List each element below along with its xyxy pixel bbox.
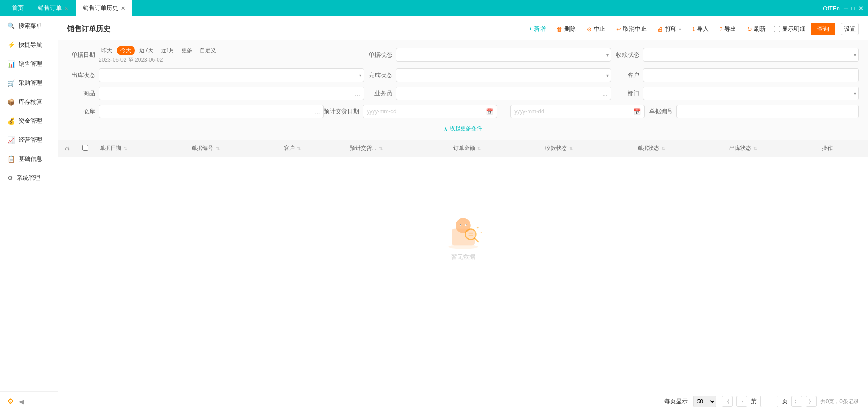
filter-warehouse: 仓库 ...	[67, 105, 324, 118]
export-button[interactable]: ⤴ 导出	[717, 23, 739, 35]
page-label: 第	[751, 397, 757, 406]
sidebar-item-purchase[interactable]: 🛒 采购管理	[0, 73, 58, 92]
maximize-icon[interactable]: □	[851, 5, 855, 12]
sidebar-settings-icon[interactable]: ⚙	[7, 397, 14, 406]
page-size-select[interactable]: 10 20 50 100	[693, 396, 716, 407]
department-select[interactable]	[643, 87, 859, 100]
date-more[interactable]: 更多	[179, 46, 195, 55]
customer-ellipsis: ...	[850, 72, 855, 79]
system-icon: ⚙	[7, 174, 13, 182]
tab-sales-order-history[interactable]: 销售订单历史 ✕	[76, 0, 132, 16]
th-customer-sort-icon[interactable]: ⇅	[297, 146, 301, 151]
tab-sales-order-history-close[interactable]: ✕	[121, 5, 125, 11]
date-control: 昨天 今天 近7天 近1月 更多 自定义 2023-06-02 至 2023-0…	[99, 46, 364, 64]
delete-button[interactable]: 🗑 删除	[554, 23, 579, 35]
query-button[interactable]: 查询	[811, 23, 835, 35]
minimize-icon[interactable]: ─	[844, 5, 848, 12]
filter-row-2: 出库状态 ▾ 完成状态 ▾	[67, 68, 859, 82]
base-icon: 📋	[7, 155, 15, 163]
last-page-button[interactable]: 》	[806, 396, 817, 407]
stop-button[interactable]: ⊘ 中止	[584, 23, 608, 35]
page-input[interactable]: 1	[760, 396, 778, 407]
new-button[interactable]: + 新增	[526, 23, 548, 35]
show-detail-wrap: 显示明细	[774, 25, 806, 33]
stock-out-select[interactable]	[99, 68, 364, 82]
expected-date-control: yyyy-mm-dd 📅 — yyyy-mm-dd 📅	[363, 105, 645, 118]
stock-out-control: ▾	[99, 68, 364, 82]
goods-input[interactable]: ...	[99, 87, 364, 100]
sidebar-item-sales[interactable]: 📊 销售管理	[0, 54, 58, 73]
th-amount-sort-icon[interactable]: ⇅	[477, 146, 481, 151]
table-settings-icon[interactable]: ⚙	[64, 145, 70, 152]
payment-status-select[interactable]	[643, 48, 859, 62]
bill-status-select[interactable]	[396, 48, 612, 62]
complete-status-select[interactable]	[396, 68, 612, 82]
th-bill-sort-icon[interactable]: ⇅	[662, 146, 665, 151]
sidebar-collapse-icon[interactable]: ◀	[19, 398, 24, 405]
sales-icon: 📊	[7, 60, 15, 68]
sidebar-item-system[interactable]: ⚙ 系统管理	[0, 169, 58, 188]
cancel-stop-button[interactable]: ↩ 取消中止	[614, 23, 649, 35]
th-stock-sort-icon[interactable]: ⇅	[753, 146, 757, 151]
show-detail-checkbox[interactable]	[774, 26, 780, 32]
th-expected-date-label: 预计交货...	[350, 145, 376, 151]
tab-home[interactable]: 首页	[5, 0, 31, 16]
th-expected-sort-icon[interactable]: ⇅	[379, 146, 383, 151]
sidebar-item-finance[interactable]: 💰 资金管理	[0, 111, 58, 131]
bill-status-control: ▾	[396, 48, 612, 62]
sidebar-item-quick-nav[interactable]: ⚡ 快捷导航	[0, 35, 58, 54]
warehouse-input[interactable]: ...	[99, 105, 324, 118]
warehouse-ellipsis: ...	[315, 108, 320, 115]
date-today[interactable]: 今天	[117, 46, 135, 55]
tab-sales-order-close[interactable]: ✕	[64, 5, 68, 11]
sidebar-item-base[interactable]: 📋 基础信息	[0, 150, 58, 169]
empty-illustration: ✦ ✦	[441, 212, 486, 253]
collapse-bar[interactable]: ∧ 收起更多条件	[67, 123, 859, 134]
date-last-month[interactable]: 近1月	[158, 46, 177, 55]
th-checkbox	[76, 140, 94, 157]
close-window-icon[interactable]: ✕	[858, 5, 863, 12]
chevron-up-icon: ∧	[444, 126, 448, 132]
th-number-sort-icon[interactable]: ⇅	[216, 146, 220, 151]
stop-icon: ⊘	[587, 26, 592, 33]
date-last7[interactable]: 近7天	[137, 46, 156, 55]
filter-expected-date: 预计交货日期 yyyy-mm-dd 📅 — yyyy-mm-dd 📅	[324, 105, 645, 118]
salesman-input[interactable]: ...	[396, 87, 612, 100]
print-button[interactable]: 🖨 打印 ▾	[655, 23, 684, 35]
date-yesterday[interactable]: 昨天	[99, 46, 115, 55]
customer-input[interactable]: ...	[643, 68, 859, 82]
th-bill-status: 单据状态 ⇅	[632, 140, 724, 157]
page-header: 销售订单历史 + 新增 🗑 删除 ⊘ 中止 ↩ 取消中止 🖨 打印	[58, 16, 868, 40]
cancel-stop-icon: ↩	[616, 26, 621, 33]
select-all-checkbox[interactable]	[82, 145, 88, 151]
prev-page-button[interactable]: 〈	[736, 396, 747, 407]
expected-date-start[interactable]: yyyy-mm-dd 📅	[363, 105, 497, 118]
import-button[interactable]: ⤵ 导入	[689, 23, 711, 35]
filter-date: 单据日期 昨天 今天 近7天 近1月 更多 自定义 2023-06-02 至 2…	[67, 46, 364, 64]
filter-area: 单据日期 昨天 今天 近7天 近1月 更多 自定义 2023-06-02 至 2…	[58, 40, 868, 140]
bill-number-input[interactable]	[676, 105, 859, 118]
th-date-sort-icon[interactable]: ⇅	[124, 146, 127, 151]
date-custom[interactable]: 自定义	[197, 46, 219, 55]
content-area: 销售订单历史 + 新增 🗑 删除 ⊘ 中止 ↩ 取消中止 🖨 打印	[58, 16, 868, 411]
refresh-button[interactable]: ↻ 刷新	[744, 23, 768, 35]
sidebar-item-inventory[interactable]: 📦 库存核算	[0, 92, 58, 111]
first-page-button[interactable]: 《	[722, 396, 733, 407]
next-page-button[interactable]: 〉	[791, 396, 802, 407]
date-separator: —	[499, 108, 508, 115]
sidebar-item-search-menu-label: 搜索菜单	[19, 22, 42, 30]
svg-point-5	[460, 224, 461, 225]
settings-button[interactable]: 设置	[841, 23, 859, 35]
sidebar-item-search-menu[interactable]: 🔍 搜索菜单	[0, 16, 58, 35]
tab-sales-order-history-label: 销售订单历史	[83, 4, 118, 12]
empty-state: ✦ ✦ 暂无数据	[58, 157, 868, 316]
expected-date-end[interactable]: yyyy-mm-dd 📅	[510, 105, 645, 118]
tab-sales-order[interactable]: 销售订单 ✕	[31, 0, 76, 16]
sidebar-item-operation[interactable]: 📈 经营管理	[0, 131, 58, 150]
stock-out-label: 出库状态	[67, 71, 99, 79]
print-dropdown-icon[interactable]: ▾	[679, 27, 681, 32]
empty-text: 暂无数据	[451, 253, 475, 261]
th-payment-sort-icon[interactable]: ⇅	[569, 146, 573, 151]
svg-text:✦: ✦	[476, 226, 479, 229]
date-input-wrap: yyyy-mm-dd 📅 — yyyy-mm-dd 📅	[363, 105, 645, 118]
